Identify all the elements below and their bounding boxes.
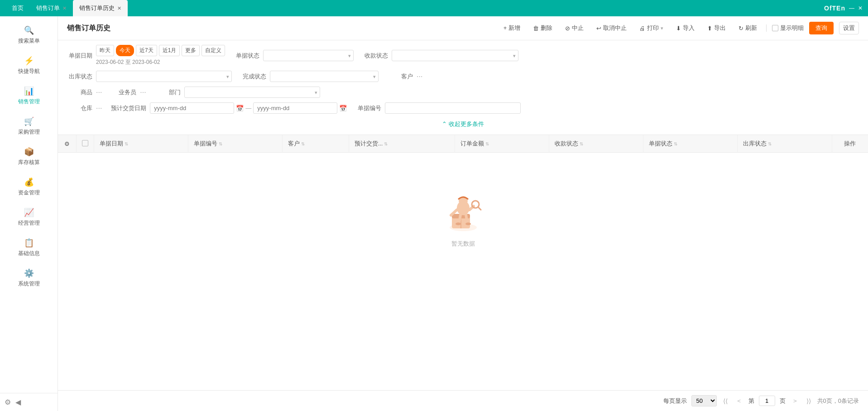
toolbar: + 新增 🗑 删除 ⊘ 中止 ↩ 取消中止 🖨 (500, 22, 859, 34)
select-all-checkbox[interactable] (82, 140, 88, 146)
filter-warehouse: 仓库 ··· (67, 104, 102, 112)
display-toggle[interactable]: 显示明细 (772, 24, 804, 32)
sidebar-item-search-menu[interactable]: 🔍 搜索菜单 (0, 20, 58, 50)
first-page-button[interactable]: ⟨⟨ (721, 396, 729, 406)
th-delivery-date[interactable]: 预计交货... ⇅ (349, 135, 455, 153)
delivery-date-from-cal-icon[interactable]: 📅 (236, 105, 244, 112)
window-minimize[interactable]: — (849, 5, 854, 11)
empty-state-cell: 暂无数据 (58, 153, 868, 285)
th-doc-date[interactable]: 单据日期 ⇅ (94, 135, 188, 153)
th-outbound-status-label: 出库状态 (743, 140, 767, 148)
stop-button-label: 中止 (572, 24, 584, 32)
th-checkbox[interactable] (76, 135, 94, 153)
th-doc-number-label: 单据编号 (194, 140, 217, 148)
filter-row-1: 单据日期 昨天 今天 近7天 近1月 更多 自定义 2023-06-02 至 2… (67, 45, 859, 66)
sidebar-settings-icon[interactable]: ⚙ (5, 398, 11, 406)
sidebar-item-quick-nav[interactable]: ⚡ 快捷导航 (0, 50, 58, 81)
tab-home[interactable]: 首页 (5, 0, 30, 16)
filter-department-wrap: ▾ (184, 87, 320, 98)
filter-outbound-status: 出库状态 ▾ (67, 71, 232, 82)
sidebar-item-purchase-mgmt[interactable]: 🛒 采购管理 (0, 111, 58, 141)
date-btn-custom[interactable]: 自定义 (201, 45, 225, 56)
sidebar-bottom: ⚙ ◀ (0, 393, 58, 411)
tab-sales-order[interactable]: 销售订单 ✕ (30, 0, 73, 16)
date-btn-7days[interactable]: 近7天 (136, 45, 157, 56)
sidebar-item-finance-mgmt[interactable]: 💰 资金管理 (0, 172, 58, 202)
export-button[interactable]: ⬆ 导出 (704, 22, 729, 34)
date-btn-1month[interactable]: 近1月 (159, 45, 180, 56)
th-settings[interactable]: ⚙ (58, 135, 76, 153)
th-customer[interactable]: 客户 ⇅ (282, 135, 349, 153)
tab-home-label: 首页 (12, 4, 24, 12)
sidebar-item-inventory-label: 库存核算 (18, 159, 40, 166)
filter-outbound-status-select[interactable] (96, 71, 232, 82)
refresh-button[interactable]: ↻ 刷新 (735, 22, 761, 34)
total-info: 共0页，0条记录 (817, 397, 859, 405)
th-order-amount[interactable]: 订单金额 ⇅ (455, 135, 549, 153)
print-button[interactable]: 🖨 打印 ▾ (636, 22, 667, 34)
filter-department-select[interactable] (184, 87, 320, 98)
th-doc-status[interactable]: 单据状态 ⇅ (643, 135, 737, 153)
sidebar-item-inventory[interactable]: 📦 库存核算 (0, 141, 58, 172)
filter-outbound-status-label: 出库状态 (67, 73, 92, 81)
date-range-display: 2023-06-02 至 2023-06-02 (96, 58, 225, 66)
filter-warehouse-dots[interactable]: ··· (96, 104, 102, 112)
base-info-icon: 📋 (24, 238, 34, 248)
sidebar-item-base-info[interactable]: 📋 基础信息 (0, 232, 58, 263)
window-close[interactable]: ✕ (858, 5, 863, 11)
import-button[interactable]: ⬇ 导入 (672, 22, 698, 34)
tab-sales-order-history-close[interactable]: ✕ (117, 5, 121, 11)
th-payment-status[interactable]: 收款状态 ⇅ (549, 135, 643, 153)
svg-point-14 (465, 222, 471, 225)
sidebar: 🔍 搜索菜单 ⚡ 快捷导航 📊 销售管理 🛒 采购管理 📦 库存核算 💰 资金管… (0, 16, 58, 411)
sidebar-item-finance-mgmt-label: 资金管理 (18, 189, 40, 197)
th-order-amount-sort-icon: ⇅ (485, 141, 489, 146)
cancel-stop-button[interactable]: ↩ 取消中止 (593, 22, 630, 34)
prev-page-button[interactable]: ＜ (734, 396, 744, 406)
filter-payment-status-select[interactable] (392, 50, 518, 61)
filter-doc-status-select[interactable] (263, 50, 354, 61)
settings-button[interactable]: 设置 (839, 22, 859, 34)
new-button[interactable]: + 新增 (500, 22, 524, 34)
sidebar-item-sales-mgmt[interactable]: 📊 销售管理 (0, 81, 58, 111)
new-button-label: + 新增 (504, 24, 520, 32)
empty-state: 暂无数据 (58, 153, 868, 284)
filter-customer-dots[interactable]: ··· (417, 73, 422, 81)
filter-department-label: 部门 (155, 88, 181, 97)
filter-row-4: 仓库 ··· 预计交货日期 📅 — 📅 单据编号 (67, 102, 859, 114)
collapse-row[interactable]: ⌃ 收起更多条件 (67, 118, 859, 130)
pagination-bar: 每页显示 20 50 100 ⟨⟨ ＜ 第 页 ＞ ⟩⟩ 共0页，0条记录 (58, 390, 868, 411)
tab-sales-order-history[interactable]: 销售订单历史 ✕ (73, 0, 128, 16)
date-btn-yesterday[interactable]: 昨天 (96, 45, 114, 56)
sidebar-collapse-icon[interactable]: ◀ (15, 398, 21, 406)
export-icon: ⬆ (707, 25, 712, 32)
filter-product-dots[interactable]: ··· (96, 88, 102, 97)
tab-sales-order-close[interactable]: ✕ (62, 5, 67, 11)
page-number-input[interactable] (759, 396, 775, 406)
next-page-button[interactable]: ＞ (790, 396, 800, 406)
delivery-date-from-input[interactable] (150, 102, 234, 114)
refresh-button-label: 刷新 (745, 24, 757, 32)
page-header: 销售订单历史 + 新增 🗑 删除 ⊘ 中止 ↩ 取消中止 (58, 16, 868, 40)
filter-payment-status: 收款状态 ▾ (363, 50, 518, 61)
date-btn-today[interactable]: 今天 (116, 45, 134, 56)
filter-complete-status-select[interactable] (270, 71, 379, 82)
filter-salesperson-dots[interactable]: ··· (140, 88, 146, 97)
stop-button[interactable]: ⊘ 中止 (561, 22, 587, 34)
delete-button[interactable]: 🗑 删除 (529, 22, 556, 34)
date-btn-more[interactable]: 更多 (182, 45, 200, 56)
sidebar-item-sys-mgmt[interactable]: ⚙️ 系统管理 (0, 263, 58, 293)
filter-doc-number-input[interactable] (385, 102, 521, 114)
delivery-date-to-cal-icon[interactable]: 📅 (339, 105, 347, 112)
filter-salesperson-label: 业务员 (111, 88, 136, 97)
th-doc-number[interactable]: 单据编号 ⇅ (188, 135, 282, 153)
query-button[interactable]: 查询 (809, 22, 834, 34)
page-size-select[interactable]: 20 50 100 (691, 395, 717, 406)
sidebar-item-operation-mgmt[interactable]: 📈 经营管理 (0, 202, 58, 232)
delivery-date-to-input[interactable] (253, 102, 337, 114)
th-doc-status-label: 单据状态 (649, 140, 672, 148)
th-outbound-status[interactable]: 出库状态 ⇅ (738, 135, 832, 153)
top-right: OfTEn — ✕ (824, 5, 863, 12)
last-page-button[interactable]: ⟩⟩ (805, 396, 813, 406)
display-toggle-checkbox[interactable] (772, 25, 778, 31)
